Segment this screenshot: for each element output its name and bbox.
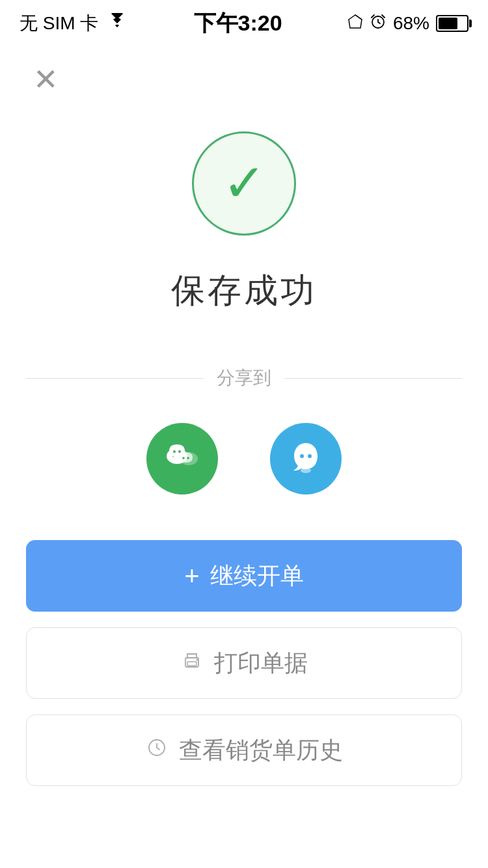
wechat-icon bbox=[161, 438, 203, 480]
main-content: ✕ ✓ 保存成功 分享到 bbox=[0, 47, 488, 799]
svg-point-9 bbox=[187, 457, 189, 459]
location-icon bbox=[347, 13, 363, 34]
status-time: 下午3:20 bbox=[194, 8, 282, 38]
svg-point-6 bbox=[173, 450, 176, 453]
svg-point-7 bbox=[178, 450, 181, 453]
share-label: 分享到 bbox=[204, 366, 284, 390]
history-button-label: 查看销货单历史 bbox=[179, 735, 343, 766]
qq-share-button[interactable] bbox=[270, 423, 342, 495]
status-left: 无 SIM 卡 bbox=[20, 11, 128, 36]
history-button[interactable]: 查看销货单历史 bbox=[26, 714, 462, 786]
history-icon bbox=[145, 736, 169, 765]
wifi-icon bbox=[106, 13, 128, 34]
alarm-icon bbox=[370, 13, 386, 34]
qq-icon bbox=[285, 438, 327, 480]
battery-percent: 68% bbox=[393, 13, 429, 34]
svg-point-12 bbox=[308, 454, 312, 458]
status-bar: 无 SIM 卡 下午3:20 68% bbox=[0, 0, 488, 47]
success-circle: ✓ bbox=[192, 131, 296, 236]
no-sim-text: 无 SIM 卡 bbox=[20, 11, 98, 36]
plus-icon: + bbox=[184, 562, 199, 591]
share-icons bbox=[0, 423, 488, 495]
success-area: ✓ 保存成功 bbox=[0, 112, 488, 346]
divider-line-right bbox=[284, 378, 462, 379]
svg-point-8 bbox=[182, 457, 185, 459]
svg-point-11 bbox=[300, 454, 304, 458]
continue-button[interactable]: + 继续开单 bbox=[26, 540, 462, 612]
continue-button-label: 继续开单 bbox=[210, 560, 304, 592]
svg-point-10 bbox=[301, 468, 311, 473]
status-right: 68% bbox=[347, 13, 468, 34]
checkmark-icon: ✓ bbox=[223, 157, 266, 210]
close-button[interactable]: ✕ bbox=[26, 60, 65, 99]
divider-line-left bbox=[26, 378, 204, 379]
success-title: 保存成功 bbox=[171, 268, 317, 314]
svg-rect-14 bbox=[187, 662, 197, 666]
print-button[interactable]: 打印单据 bbox=[26, 627, 462, 699]
print-button-label: 打印单据 bbox=[214, 647, 308, 679]
battery-icon bbox=[436, 15, 468, 32]
print-icon bbox=[180, 649, 204, 678]
share-section: 分享到 bbox=[0, 346, 488, 527]
share-divider: 分享到 bbox=[0, 366, 488, 390]
close-icon: ✕ bbox=[33, 64, 59, 94]
wechat-share-button[interactable] bbox=[146, 423, 218, 495]
close-button-area: ✕ bbox=[0, 47, 488, 112]
svg-point-15 bbox=[197, 658, 198, 660]
action-buttons: + 继续开单 打印单据 查看销货单历史 bbox=[0, 527, 488, 799]
